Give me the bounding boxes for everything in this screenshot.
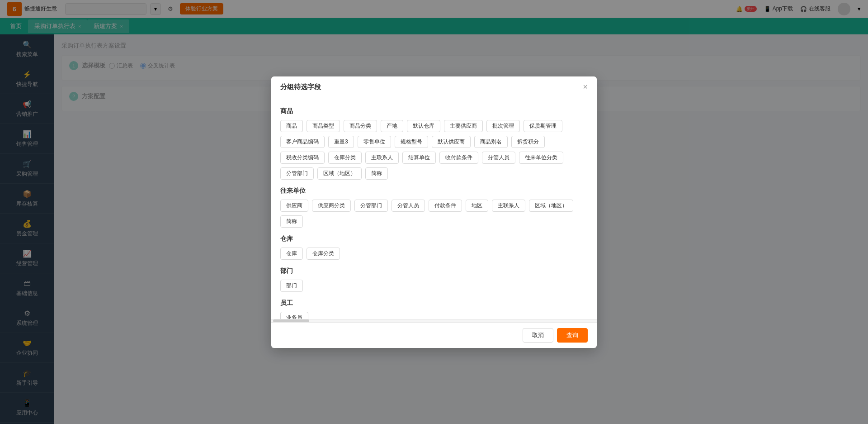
field-tag-partner-dept[interactable]: 分管部门: [354, 200, 388, 212]
field-tag-shelf-life[interactable]: 保质期管理: [524, 120, 562, 132]
field-tag-product-alias[interactable]: 商品别名: [474, 136, 508, 148]
field-tag-partner-contact[interactable]: 主联系人: [492, 200, 525, 212]
field-tag-retail-unit[interactable]: 零售单位: [358, 136, 391, 148]
field-tag-payment-terms[interactable]: 收付款条件: [439, 152, 478, 164]
group-title-product: 商品: [280, 107, 588, 115]
field-tag-dept[interactable]: 分管部门: [280, 167, 314, 180]
employee-fields: 业务员: [280, 312, 588, 319]
field-tag-partner-region[interactable]: 区域（地区）: [529, 200, 573, 212]
warehouse-fields: 仓库 仓库分类: [280, 248, 588, 260]
field-tag-area[interactable]: 地区: [466, 200, 488, 212]
field-tag-product-category[interactable]: 商品分类: [344, 120, 377, 132]
field-tag-product[interactable]: 商品: [280, 120, 303, 132]
partner-fields: 供应商 供应商分类 分管部门 分管人员 付款条件 地区 主联系人 区域（地区） …: [280, 200, 588, 228]
field-tag-settlement-unit[interactable]: 结算单位: [402, 152, 436, 164]
field-tag-short-name[interactable]: 简称: [365, 167, 388, 180]
field-tag-default-supplier[interactable]: 默认供应商: [432, 136, 471, 148]
modal-body: 商品 商品 商品类型 商品分类 产地 默认仓库 主要供应商 批次管理 保质期管理…: [271, 98, 597, 319]
field-tag-split-points[interactable]: 拆货积分: [511, 136, 545, 148]
group-title-warehouse: 仓库: [280, 235, 588, 243]
modal-header: 分组待选字段 ×: [271, 76, 597, 98]
field-group-partner: 往来单位 供应商 供应商分类 分管部门 分管人员 付款条件 地区 主联系人 区域…: [280, 187, 588, 228]
field-tag-main-supplier[interactable]: 主要供应商: [444, 120, 483, 132]
field-tag-supplier-category[interactable]: 供应商分类: [312, 200, 351, 212]
field-group-product: 商品 商品 商品类型 商品分类 产地 默认仓库 主要供应商 批次管理 保质期管理…: [280, 107, 588, 180]
field-tag-warehouse-type[interactable]: 仓库分类: [307, 248, 340, 260]
modal-overlay[interactable]: 分组待选字段 × 商品 商品 商品类型 商品分类 产地 默认仓库 主要供应商 批…: [0, 0, 868, 424]
department-fields: 部门: [280, 280, 588, 292]
field-tag-origin[interactable]: 产地: [381, 120, 403, 132]
field-tag-main-contact[interactable]: 主联系人: [365, 152, 399, 164]
field-tag-customer-code[interactable]: 客户商品编码: [280, 136, 325, 148]
modal-close-button[interactable]: ×: [583, 83, 588, 91]
group-title-partner: 往来单位: [280, 187, 588, 195]
field-tag-warehouse-category[interactable]: 仓库分类: [328, 152, 362, 164]
modal-footer: 取消 查询: [271, 322, 597, 348]
field-tag-partner-category[interactable]: 往来单位分类: [519, 152, 563, 164]
field-tag-supervisor[interactable]: 分管人员: [482, 152, 515, 164]
field-tag-salesperson[interactable]: 业务员: [280, 312, 308, 319]
field-tag-warehouse[interactable]: 仓库: [280, 248, 303, 260]
field-tag-partner-short[interactable]: 简称: [280, 215, 303, 228]
modal-title: 分组待选字段: [280, 83, 321, 91]
field-group-warehouse: 仓库 仓库 仓库分类: [280, 235, 588, 260]
field-tag-partner-person[interactable]: 分管人员: [392, 200, 425, 212]
field-tag-batch-mgmt[interactable]: 批次管理: [486, 120, 520, 132]
field-tag-weight[interactable]: 重量3: [328, 136, 354, 148]
cancel-button[interactable]: 取消: [523, 328, 553, 343]
group-title-department: 部门: [280, 267, 588, 275]
field-tag-supplier[interactable]: 供应商: [280, 200, 308, 212]
field-tag-region[interactable]: 区域（地区）: [317, 167, 362, 180]
field-tag-department[interactable]: 部门: [280, 280, 303, 292]
group-title-employee: 员工: [280, 299, 588, 307]
modal-horizontal-scrollbar[interactable]: [271, 319, 597, 322]
field-group-employee: 员工 业务员: [280, 299, 588, 319]
field-tag-tax-code[interactable]: 税收分类编码: [280, 152, 325, 164]
field-group-department: 部门 部门: [280, 267, 588, 292]
product-fields: 商品 商品类型 商品分类 产地 默认仓库 主要供应商 批次管理 保质期管理 客户…: [280, 120, 588, 180]
confirm-button[interactable]: 查询: [557, 328, 588, 343]
field-tag-default-warehouse[interactable]: 默认仓库: [407, 120, 440, 132]
field-tag-partner-payment[interactable]: 付款条件: [429, 200, 462, 212]
field-tag-spec-model[interactable]: 规格型号: [395, 136, 428, 148]
field-select-modal: 分组待选字段 × 商品 商品 商品类型 商品分类 产地 默认仓库 主要供应商 批…: [271, 76, 597, 348]
field-tag-product-type[interactable]: 商品类型: [307, 120, 340, 132]
